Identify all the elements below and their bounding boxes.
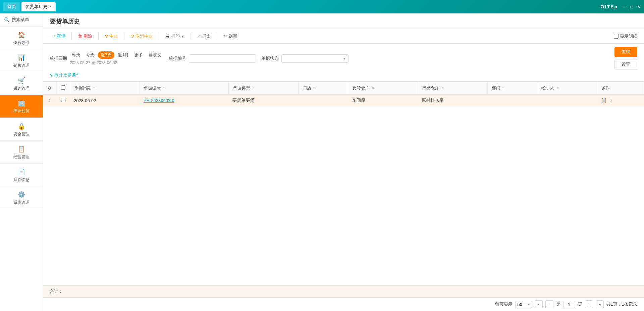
col-number[interactable]: 单据编号 ⇅: [140, 82, 229, 95]
separator-5: [191, 33, 191, 40]
col-dept[interactable]: 部门 ⇅: [487, 82, 537, 95]
sort-handler-icon: ⇅: [556, 86, 559, 90]
date-last7days[interactable]: 近7天: [98, 51, 114, 59]
top-bar-right: OfTEn — □ ✕: [600, 4, 641, 9]
sidebar-item-inventory[interactable]: 🏢 库存核算: [0, 95, 43, 118]
export-button[interactable]: ↗ 导出: [194, 32, 215, 41]
operation-icon: 📋: [18, 145, 25, 153]
col-type[interactable]: 单据类型 ⇅: [228, 82, 298, 95]
status-select[interactable]: [281, 54, 348, 63]
date-shortcuts: 昨天 今天 近7天 近1月 更多 自定义: [70, 51, 163, 59]
col-checkbox[interactable]: [56, 82, 70, 95]
sidebar-item-basic-info[interactable]: 📄 基础信息: [0, 164, 43, 186]
print-button[interactable]: 🖨 打印 ▼: [162, 32, 188, 41]
row-edit-icon[interactable]: 📋: [601, 98, 607, 103]
stop-button[interactable]: ⊘ 中止: [101, 32, 122, 41]
sidebar-item-quick-nav[interactable]: 🏠 快捷导航: [0, 27, 43, 49]
finance-icon: 🔒: [18, 123, 25, 130]
col-req-warehouse[interactable]: 要货仓库 ⇅: [348, 82, 418, 95]
doc-number-input[interactable]: [189, 54, 256, 63]
col-settings[interactable]: ⚙: [43, 82, 56, 95]
doc-number-filter-group: 单据编号: [169, 54, 256, 63]
refresh-button[interactable]: ↻ 刷新: [220, 32, 240, 41]
sidebar-item-finance[interactable]: 🔒 资金管理: [0, 118, 43, 141]
date-today[interactable]: 今天: [84, 51, 97, 59]
brand-text: OfTEn: [600, 4, 618, 9]
basic-info-icon: 📄: [18, 168, 25, 176]
row-checkbox[interactable]: [61, 98, 65, 102]
date-custom[interactable]: 自定义: [146, 51, 163, 59]
sidebar-item-purchase[interactable]: 🛒 采购管理: [0, 72, 43, 95]
add-button[interactable]: + 新增: [50, 32, 69, 41]
table-container: ⚙ 单据日期 ⇅ 单据编号 ⇅ 单据类型: [43, 82, 644, 285]
row-number-link[interactable]: YH-20230602-0: [140, 95, 229, 106]
tab-purchase-history-label: 要货单历史: [25, 4, 47, 10]
status-label: 单据状态: [261, 55, 279, 61]
first-page-button[interactable]: «: [535, 300, 543, 308]
sort-store-icon: ⇅: [313, 86, 316, 90]
sidebar-item-operation[interactable]: 📋 经营管理: [0, 141, 43, 164]
pagination-info: 共1页，1条记录: [606, 301, 637, 307]
print-button-label: 🖨 打印: [165, 33, 180, 39]
inventory-icon: 🏢: [18, 100, 25, 107]
sidebar-item-system[interactable]: ⚙️ 系统管理: [0, 186, 43, 209]
col-pending-warehouse[interactable]: 待出仓库 ⇅: [418, 82, 487, 95]
delete-button[interactable]: 🗑 删除: [74, 32, 96, 41]
row-date: 2023-06-02: [70, 95, 140, 106]
date-more[interactable]: 更多: [132, 51, 145, 59]
row-handler: [537, 95, 597, 106]
sidebar-item-label-operation: 经营管理: [13, 154, 30, 160]
status-filter-group: 单据状态: [261, 54, 348, 63]
page-size-label: 每页显示: [495, 301, 513, 307]
window-minimize-icon[interactable]: —: [622, 4, 626, 9]
show-detail-checkbox[interactable]: [614, 34, 619, 39]
next-page-button[interactable]: ›: [585, 300, 593, 308]
sidebar-search-label: 搜索菜单: [12, 17, 29, 23]
col-handler[interactable]: 经手人 ⇅: [537, 82, 597, 95]
row-dept: [487, 95, 537, 106]
expand-more-label: 展开更多条件: [54, 72, 80, 78]
table-footer: 合计：: [43, 285, 644, 297]
expand-more[interactable]: ∨ 展开更多条件: [50, 72, 637, 78]
show-detail-toggle[interactable]: 显示明细: [614, 33, 637, 39]
date-last1month[interactable]: 近1月: [116, 51, 131, 59]
content-area: 要货单历史 + 新增 🗑 删除 ⊘ 中止 ⊘ 取消中止 🖨 打印 ▼: [43, 13, 644, 311]
print-dropdown-icon[interactable]: ▼: [181, 35, 184, 38]
show-detail-label: 显示明细: [620, 33, 637, 39]
col-store[interactable]: 门店 ⇅: [298, 82, 348, 95]
doc-number-label: 单据编号: [169, 55, 186, 61]
search-icon: 🔍: [4, 17, 10, 23]
row-type: 要货单要货: [228, 95, 298, 106]
filter-area: 单据日期 昨天 今天 近7天 近1月 更多 自定义 2023-05-27 至 2…: [43, 44, 644, 82]
select-all-checkbox[interactable]: [61, 85, 65, 90]
date-yesterday[interactable]: 昨天: [70, 51, 83, 59]
settings-button[interactable]: 设置: [614, 59, 637, 70]
tab-home[interactable]: 首页: [3, 2, 20, 11]
page-number-input[interactable]: [563, 301, 575, 308]
purchase-icon: 🛒: [18, 77, 25, 84]
sort-pending-warehouse-icon: ⇅: [441, 86, 444, 90]
page-size-select[interactable]: 10 20 50 100: [515, 301, 532, 308]
export-button-label: ↗ 导出: [197, 33, 211, 39]
cancel-stop-button[interactable]: ⊘ 取消中止: [127, 32, 156, 41]
refresh-button-label: ↻ 刷新: [223, 33, 237, 39]
stop-button-label: ⊘ 中止: [105, 33, 118, 39]
sort-number-icon: ⇅: [163, 86, 166, 90]
sidebar: 🔍 搜索菜单 🏠 快捷导航 📊 销售管理 🛒 采购管理 🏢 库存核算 🔒 资金管…: [0, 13, 43, 311]
date-range-display: 2023-05-27 至 2023-06-02: [70, 60, 163, 66]
last-page-button[interactable]: »: [596, 300, 604, 308]
col-date[interactable]: 单据日期 ⇅: [70, 82, 140, 95]
tab-purchase-history[interactable]: 要货单历史 ×: [21, 2, 56, 11]
prev-page-button[interactable]: ‹: [545, 300, 553, 308]
row-checkbox-cell[interactable]: [56, 95, 70, 106]
tab-close-icon[interactable]: ×: [49, 4, 52, 9]
row-more-icon[interactable]: ⋮: [609, 98, 613, 103]
query-button[interactable]: 查询: [614, 47, 637, 57]
top-bar: 首页 要货单历史 × OfTEn — □ ✕: [0, 0, 644, 13]
sidebar-item-label-finance: 资金管理: [13, 131, 30, 137]
window-maximize-icon[interactable]: □: [630, 4, 633, 9]
sort-req-warehouse-icon: ⇅: [372, 86, 374, 90]
sidebar-search[interactable]: 🔍 搜索菜单: [0, 13, 43, 27]
window-close-icon[interactable]: ✕: [637, 4, 641, 9]
sidebar-item-sales[interactable]: 📊 销售管理: [0, 49, 43, 72]
